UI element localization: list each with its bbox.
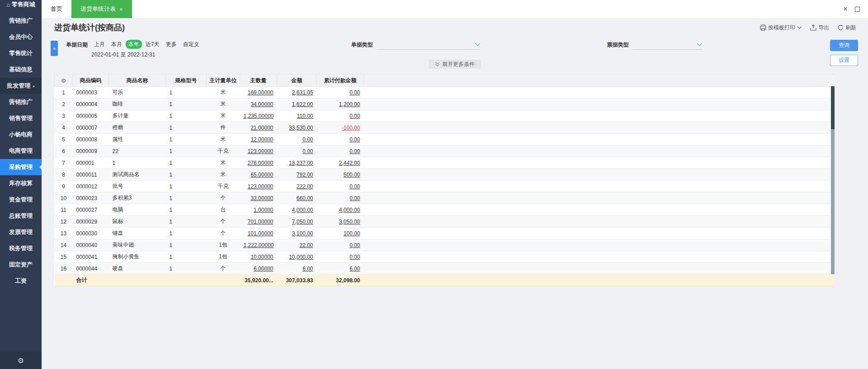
export-button[interactable]: 导出 [807, 24, 832, 32]
query-button[interactable]: 查询 [830, 40, 858, 51]
close-icon[interactable]: × [843, 5, 848, 14]
amount-link[interactable]: 22.00 [299, 242, 313, 248]
date-option-button[interactable]: 本年 [126, 40, 142, 49]
table-row[interactable]: 90000012批号1千克123.00000222.000.00 [55, 181, 835, 192]
table-row[interactable]: 120000029鼠标1个701.000007,050.003,050.00 [55, 216, 835, 228]
amount-link[interactable]: 792.00 [297, 172, 313, 178]
paid-amount-link[interactable]: 0.00 [349, 136, 360, 143]
main-qty-link[interactable]: 701.00000 [248, 219, 274, 225]
table-row[interactable]: 150000041腌制小黄鱼11包10.0000010,000.000.00 [55, 251, 835, 263]
amount-link[interactable]: 110.00 [297, 113, 313, 119]
main-qty-link[interactable]: 123.00000 [248, 148, 274, 154]
table-row[interactable]: 160000044硬盘1个6.000006.006.00 [55, 263, 835, 275]
sidebar-item[interactable]: 总账管理 [0, 208, 42, 224]
main-qty-link[interactable]: 123.00000 [248, 183, 274, 190]
main-qty-link[interactable]: 34.00000 [250, 101, 273, 107]
collapse-filters-button[interactable]: » [51, 41, 58, 56]
fullscreen-icon[interactable] [855, 7, 860, 12]
paid-amount-link[interactable]: 500.00 [344, 172, 360, 178]
sidebar-item[interactable]: 会员中心 [0, 29, 42, 45]
sidebar-item[interactable]: 发票管理 [0, 224, 42, 240]
table-row[interactable]: 100000023多积累31个33.00000660.000.00 [55, 192, 835, 204]
table-row[interactable]: 60000009221千克123.000000.000.00 [55, 145, 835, 157]
amount-link[interactable]: 10,000.00 [289, 254, 313, 260]
column-header[interactable]: 商品编码 [73, 75, 109, 87]
main-qty-link[interactable]: 12.00000 [250, 136, 273, 143]
main-qty-link[interactable]: 1.00000 [254, 207, 273, 213]
main-qty-link[interactable]: 6.00000 [254, 266, 273, 272]
sidebar-item[interactable]: 固定资产 [0, 257, 42, 273]
main-qty-link[interactable]: 33.00000 [250, 195, 273, 201]
doc-type-select[interactable] [377, 40, 481, 50]
paid-amount-link[interactable]: 0.00 [349, 113, 360, 119]
date-option-button[interactable]: 本月 [108, 40, 125, 49]
paid-amount-link[interactable]: -100.00 [342, 125, 360, 131]
paid-amount-link[interactable]: 0.00 [349, 183, 360, 190]
paid-amount-link[interactable]: 0.00 [349, 195, 360, 201]
main-qty-link[interactable]: 276.00000 [248, 160, 274, 166]
sidebar-item[interactable]: 营销推广 [0, 94, 42, 110]
table-row[interactable]: 40000007橙糖1件21.0000033,530.00-100.00 [55, 122, 835, 134]
paid-amount-link[interactable]: 0.00 [349, 242, 360, 248]
tab-home[interactable]: 首页 [42, 0, 71, 18]
paid-amount-link[interactable]: 100.00 [344, 230, 360, 237]
sidebar-item[interactable]: 批发管理▴ [0, 78, 42, 94]
date-option-button[interactable]: 上月 [91, 40, 108, 49]
amount-link[interactable]: 6.00 [302, 266, 313, 272]
amount-link[interactable]: 0.00 [302, 148, 313, 154]
amount-link[interactable]: 33,530.00 [289, 125, 313, 131]
amount-link[interactable]: 7,050.00 [292, 219, 313, 225]
date-option-button[interactable]: 近7天 [143, 40, 162, 49]
scrollbar-thumb[interactable] [831, 86, 835, 129]
main-qty-link[interactable]: 65.00000 [250, 172, 273, 178]
table-row[interactable]: 110000027电脑1台1.000004,000.004,000.00 [55, 204, 835, 216]
settings-gear-icon[interactable]: ⚙ [18, 356, 24, 365]
ticket-type-select[interactable] [632, 40, 703, 50]
table-row[interactable]: 30000005多计量1米1,235.00000110.000.00 [55, 110, 835, 122]
amount-link[interactable]: 2,631.05 [292, 89, 313, 96]
main-qty-link[interactable]: 101.00000 [248, 230, 274, 237]
table-row[interactable]: 140000040美味中翅11包1,222.0000022.000.00 [55, 239, 835, 251]
paid-amount-link[interactable]: 4,000.00 [339, 207, 360, 213]
amount-link[interactable]: 660.00 [297, 195, 313, 201]
sidebar-item[interactable]: 税务管理 [0, 240, 42, 257]
paid-amount-link[interactable]: 0.00 [349, 89, 360, 96]
sidebar-item[interactable]: 营销推广 [0, 13, 42, 29]
column-header[interactable]: 商品名称 [109, 75, 166, 87]
amount-link[interactable]: 222.00 [297, 183, 313, 190]
table-row[interactable]: 80000011测试商品名1米65.00000792.00500.00 [55, 169, 835, 181]
paid-amount-link[interactable]: 2,442.00 [339, 160, 360, 166]
date-range-value[interactable]: 2022-01-01 至 2022-12-31 [91, 51, 202, 59]
table-row[interactable]: 700000111米276.0000018,237.002,442.00 [55, 157, 835, 169]
amount-link[interactable]: 1,622.00 [292, 101, 313, 107]
date-option-button[interactable]: 更多 [163, 40, 179, 49]
column-header[interactable]: 规格型号 [166, 75, 207, 87]
table-row[interactable]: 130000030键盘1个101.000003,100.00100.00 [55, 228, 835, 239]
paid-amount-link[interactable]: 3,050.00 [339, 219, 360, 225]
sidebar-item[interactable]: 采购管理 [0, 159, 42, 175]
sidebar-item[interactable]: 工资 [0, 273, 42, 289]
table-row[interactable]: 50000008属性1米12.000000.000.00 [55, 134, 835, 145]
filter-settings-button[interactable]: 设置 [830, 55, 858, 66]
column-header[interactable]: 主数量 [240, 75, 277, 87]
sidebar-item[interactable]: ⌂零售商城 [0, 0, 42, 13]
vertical-scrollbar[interactable] [831, 86, 835, 274]
print-template-button[interactable]: 按模板打印 [757, 24, 805, 32]
main-qty-link[interactable]: 21.00000 [250, 125, 273, 131]
refresh-button[interactable]: 刷新 [835, 24, 859, 32]
amount-link[interactable]: 3,100.00 [292, 230, 313, 237]
main-qty-link[interactable]: 1,235.00000 [244, 113, 274, 119]
column-settings-icon[interactable]: ⚙ [61, 77, 66, 84]
column-header[interactable]: 金额 [277, 75, 317, 87]
main-qty-link[interactable]: 169.00000 [248, 89, 274, 96]
sidebar-item[interactable]: 电商管理 [0, 143, 42, 159]
tab-close-icon[interactable]: × [119, 6, 123, 12]
sidebar-item[interactable]: 小畅电商 [0, 126, 42, 143]
sidebar-item[interactable]: 销售管理 [0, 110, 42, 126]
column-header[interactable]: 主计量单位 [207, 75, 240, 87]
sidebar-item[interactable]: 资金管理 [0, 192, 42, 208]
table-row[interactable]: 20000004咖啡1米34.000001,622.001,200.00 [55, 98, 835, 110]
amount-link[interactable]: 4,000.00 [292, 207, 313, 213]
main-qty-link[interactable]: 10.00000 [250, 254, 273, 260]
expand-more-conditions-button[interactable]: 展开更多条件 [429, 60, 481, 69]
